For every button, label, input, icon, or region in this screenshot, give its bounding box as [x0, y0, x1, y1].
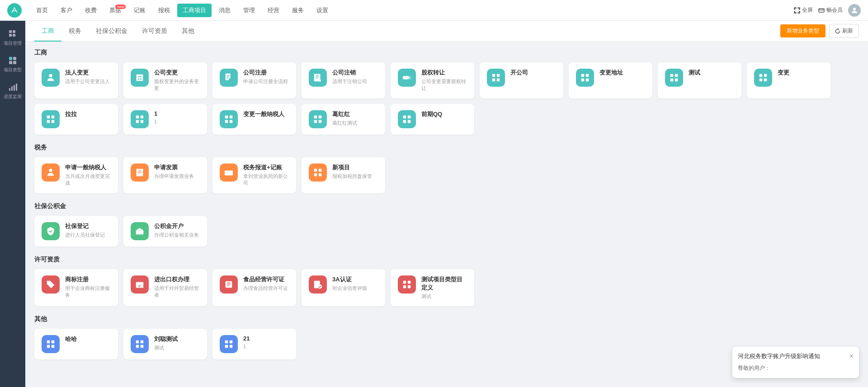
card-拉拉[interactable]: 拉拉: [34, 104, 118, 135]
card-name: 哈哈: [65, 335, 111, 343]
card-税务报道+记账[interactable]: 税务报道+记账拿到营业执照的新公司: [212, 157, 296, 193]
card-公积金开户[interactable]: 公积金开户办理公积金相关业务: [123, 216, 207, 247]
svg-rect-16: [138, 76, 139, 77]
card-desc: 1: [154, 118, 200, 125]
card-刘聪测试[interactable]: 刘聪测试测试: [123, 329, 207, 359]
card-name: 公司注册: [243, 69, 289, 77]
new-type-button[interactable]: 新增业务类型: [780, 24, 826, 37]
tab-xuke[interactable]: 许可资质: [135, 21, 175, 42]
svg-rect-56: [319, 120, 321, 123]
sidebar-item-project-management[interactable]: 项目管理: [0, 24, 25, 51]
card-name: 刘聪测试: [154, 335, 200, 343]
section-title-xuke: 许可资质: [34, 256, 859, 264]
card-desc: 报税加税控盘保管: [332, 173, 378, 180]
card-社保登记[interactable]: 社保登记进行人员社保登记: [34, 216, 118, 247]
card-name: 拉拉: [65, 110, 111, 118]
card-21[interactable]: 211: [212, 329, 296, 359]
card-开公司[interactable]: 开公司: [480, 62, 563, 98]
card-公司注销[interactable]: 公司注销适用于注销公司: [302, 62, 385, 98]
section-title-gongshang: 工商: [34, 49, 859, 57]
card-变更地址[interactable]: 变更地址: [569, 62, 652, 98]
tab-qita[interactable]: 其他: [175, 21, 202, 42]
nav-item-设置[interactable]: 设置: [311, 4, 334, 17]
svg-rect-21: [229, 79, 232, 81]
card-股权转让[interactable]: 股权转让公司变更需要股权转让: [391, 62, 474, 98]
nav-item-工商项目[interactable]: 工商项目: [177, 4, 212, 17]
nav-item-经营[interactable]: 经营: [262, 4, 285, 17]
card-申请发票[interactable]: 申请发票办理申请发票业务: [123, 157, 207, 193]
nav-item-记账[interactable]: 记账: [128, 4, 151, 17]
sidebar-item-project-type[interactable]: 项目类型: [0, 51, 25, 78]
card-食品经营许可证[interactable]: 食品经营许可证办理食品经营许可证: [212, 269, 296, 306]
tab-shuiwu[interactable]: 税务: [61, 21, 89, 42]
card-name: 测试项目类型目定义: [421, 275, 467, 292]
nav-item-报税[interactable]: 报税: [153, 4, 175, 17]
content-area: 工商 税务 社保公积金 许可资质 其他 新增业务类型: [25, 21, 868, 387]
svg-rect-57: [403, 116, 406, 118]
svg-rect-92: [225, 345, 228, 348]
nav-right: 全屏 畅会员: [794, 4, 861, 17]
svg-rect-74: [136, 282, 144, 288]
card-新项目[interactable]: 新项目报税加税控盘保管: [302, 157, 385, 193]
grid-icon: [309, 163, 327, 182]
card-3A认证[interactable]: 3A认证对企业信誉评级: [302, 269, 385, 306]
card-name: 1: [154, 110, 200, 117]
svg-rect-60: [408, 120, 410, 123]
card-测试[interactable]: 测试: [658, 62, 741, 98]
nav-item-管理[interactable]: 管理: [238, 4, 260, 17]
nav-item-消息[interactable]: 消息: [213, 4, 236, 17]
section-title-shebao: 社保公积金: [34, 202, 859, 210]
nav-item-收费[interactable]: 收费: [80, 4, 102, 17]
card-name: 申请一般纳税人: [65, 163, 111, 172]
card-进出口权办理[interactable]: 进出口权办理适用于对外贸易经营者: [123, 269, 207, 306]
card-商标注册[interactable]: 商标注册用于企业商标注册服务: [34, 269, 118, 306]
svg-rect-90: [225, 340, 228, 343]
notification-title: 河北税务数字账户升级影响通知: [738, 352, 820, 360]
gongshang-cards-grid: 法人变更适用于公司变更法人公司变更股权变更外的业务变更公司注册申请公司注册全流程…: [34, 62, 859, 135]
svg-rect-9: [13, 61, 16, 64]
grid-icon: [665, 69, 683, 87]
refresh-button[interactable]: 刷新: [829, 24, 859, 38]
tab-shebao[interactable]: 社保公积金: [89, 21, 135, 42]
nav-item-服务[interactable]: 服务: [287, 4, 309, 17]
svg-rect-35: [670, 79, 673, 81]
grid-icon: [8, 29, 18, 39]
nav-item-票据[interactable]: 票据new: [104, 4, 127, 17]
card-公司注册[interactable]: 公司注册申请公司注册全流程: [212, 62, 296, 98]
notification-close-button[interactable]: ×: [849, 352, 854, 360]
fullscreen-button[interactable]: 全屏: [794, 6, 813, 14]
svg-rect-40: [764, 79, 767, 81]
svg-rect-80: [403, 285, 406, 288]
card-变更一般纳税人[interactable]: 变更一般纳税人: [212, 104, 296, 135]
sidebar-label-project-type: 项目类型: [4, 67, 22, 73]
card-前期QQ[interactable]: 前期QQ: [391, 104, 474, 135]
grid-icon: [754, 69, 772, 87]
card-公司变更[interactable]: 公司变更股权变更外的业务变更: [123, 62, 207, 98]
nav-item-客户[interactable]: 客户: [55, 4, 78, 17]
card-变更[interactable]: 变更: [747, 62, 830, 98]
card-desc: 适用于对外贸易经营者: [154, 285, 200, 299]
card-name: 变更一般纳税人: [243, 110, 289, 118]
tab-gongshang[interactable]: 工商: [34, 21, 61, 42]
svg-rect-85: [52, 345, 54, 348]
card-申请一般纳税人[interactable]: 申请一般纳税人当月或次月成变更完成: [34, 157, 118, 193]
card-name: 税务报道+记账: [243, 163, 289, 172]
svg-rect-27: [492, 79, 495, 81]
card-desc: 拿到营业执照的新公司: [243, 173, 289, 187]
vip-button[interactable]: 畅会员: [818, 6, 843, 14]
cert-icon: [309, 275, 327, 294]
sidebar-item-progress-monitor[interactable]: 进度监测: [0, 78, 25, 104]
card-name: 商标注册: [65, 275, 111, 284]
nav-item-首页[interactable]: 首页: [31, 4, 53, 17]
card-法人变更[interactable]: 法人变更适用于公司变更法人: [34, 62, 118, 98]
svg-rect-54: [319, 116, 321, 118]
svg-rect-91: [230, 340, 232, 343]
card-desc: 1: [243, 343, 289, 350]
user-avatar[interactable]: [848, 4, 861, 17]
card-1[interactable]: 11: [123, 104, 207, 135]
card-葛红红[interactable]: 葛红红葛红红测试: [302, 104, 385, 135]
svg-rect-13: [16, 84, 17, 91]
card-测试项目类型目定义[interactable]: 测试项目类型目定义测试: [391, 269, 474, 306]
card-哈哈[interactable]: 哈哈: [34, 329, 118, 359]
svg-rect-34: [675, 74, 678, 77]
